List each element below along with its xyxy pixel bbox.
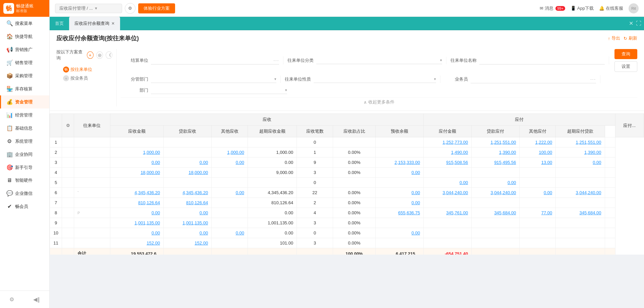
sidebar-item-search[interactable]: 🔍搜索菜单 <box>0 17 49 30</box>
table-wrapper[interactable]: ⚙ 往来单位 应收 应付 应付... 应收金额 贷款应收 其他应收 <box>50 114 644 255</box>
cell-overdue-payable[interactable] <box>556 168 605 178</box>
cell-other-receivable[interactable]: 1,000.00 <box>212 147 248 158</box>
settings-gear-button[interactable]: ⚙ <box>125 3 136 14</box>
cell-loan-payable[interactable] <box>472 168 520 178</box>
submenu-by-staff[interactable]: ○ 按业务员 <box>56 74 112 83</box>
submenu-by-unit[interactable]: 畅 按往来单位 <box>56 65 112 74</box>
cell-other-payable[interactable]: 1,222.00 <box>520 137 556 147</box>
sidebar-item-purchase[interactable]: 📦采购管理 <box>0 69 49 82</box>
cell-overdue-payable[interactable]: 1,390.00 <box>556 147 605 158</box>
sidebar-item-member[interactable]: ✔畅会员 <box>0 200 49 213</box>
query-button[interactable]: 查询 <box>614 49 637 59</box>
cell-other-receivable[interactable] <box>212 137 248 147</box>
cell-loan-receivable[interactable]: 152.00 <box>163 238 211 248</box>
cell-receivable-amount[interactable]: 0.00 <box>110 208 163 218</box>
cell-overdue-payable[interactable]: 1,251,551.00 <box>556 137 605 147</box>
sidebar-item-inventory[interactable]: 🏪库存核算 <box>0 82 49 95</box>
settlement-unit-dots[interactable]: ··· <box>273 58 279 63</box>
cell-receivable-amount[interactable]: 4,345,436.20 <box>110 188 163 198</box>
cell-loan-receivable[interactable] <box>163 178 211 188</box>
cell-other-payable[interactable]: 0.00 <box>520 188 556 198</box>
cell-loan-receivable[interactable]: 810,126.64 <box>163 198 211 208</box>
cell-loan-payable[interactable] <box>472 228 520 238</box>
cell-receivable-amount[interactable]: 1,000.00 <box>110 147 163 158</box>
cell-payable-amount[interactable]: 915,508.56 <box>424 158 472 168</box>
sidebar-item-corp[interactable]: 🏢企业协同 <box>0 148 49 161</box>
cell-other-payable[interactable] <box>520 178 556 188</box>
cell-payable-amount[interactable]: 1,490.00 <box>424 147 472 158</box>
cell-overdue-payable[interactable]: 3,044,240.00 <box>556 188 605 198</box>
cell-prepayment[interactable] <box>376 238 424 248</box>
cell-other-receivable[interactable]: 0.00 <box>212 188 248 198</box>
cell-loan-payable[interactable] <box>472 198 520 208</box>
cell-overdue-payable[interactable] <box>556 238 605 248</box>
cell-loan-payable[interactable] <box>472 238 520 248</box>
cell-loan-payable[interactable]: 345,684.00 <box>472 208 520 218</box>
cell-receivable-amount[interactable] <box>110 178 163 188</box>
cell-payable-amount[interactable]: 3,044,240.00 <box>424 188 472 198</box>
cell-receivable-amount[interactable]: 0.00 <box>110 158 163 168</box>
cell-other-payable[interactable] <box>520 218 556 228</box>
cell-loan-receivable[interactable] <box>163 137 211 147</box>
cell-prepayment[interactable] <box>376 147 424 158</box>
cell-prepayment[interactable] <box>376 137 424 147</box>
sidebar-bottom-collapse[interactable]: ◀‖ <box>30 294 43 305</box>
cell-loan-receivable[interactable] <box>163 147 211 158</box>
sidebar-bottom-settings[interactable]: ⚙ <box>6 294 17 305</box>
online-service-button[interactable]: 🔔 在线客服 <box>599 5 623 11</box>
cell-loan-payable[interactable]: 3,044,240.00 <box>472 188 520 198</box>
cell-overdue-payable[interactable] <box>556 228 605 238</box>
tab-home[interactable]: 首页 <box>50 17 69 30</box>
tab-close-window-icon[interactable]: ✕ <box>629 20 633 27</box>
cell-prepayment[interactable]: 0.00 <box>376 168 424 178</box>
cell-prepayment[interactable]: 0.00 <box>376 228 424 238</box>
filter-setting-button[interactable]: ◎ <box>96 51 103 59</box>
cell-other-payable[interactable] <box>520 238 556 248</box>
export-button[interactable]: ↑ 导出 <box>608 35 621 41</box>
cell-other-receivable[interactable] <box>212 198 248 208</box>
sidebar-item-system[interactable]: ⚙系统管理 <box>0 135 49 148</box>
solution-button[interactable]: 体验行业方案 <box>138 3 175 13</box>
cell-loan-payable[interactable]: 1,390.00 <box>472 147 520 158</box>
cell-overdue-payable[interactable] <box>556 218 605 228</box>
breadcrumb[interactable]: 应收应付管理 / ... ▾ <box>55 4 122 13</box>
cell-other-receivable[interactable] <box>212 238 248 248</box>
cell-loan-payable[interactable]: 915,495.56 <box>472 158 520 168</box>
cell-other-receivable[interactable] <box>212 168 248 178</box>
cell-loan-receivable[interactable]: 18,000.00 <box>163 168 211 178</box>
sidebar-item-hardware[interactable]: 🖥智能硬件 <box>0 174 49 187</box>
cell-other-receivable[interactable] <box>212 218 248 228</box>
table-settings-icon[interactable]: ⚙ <box>66 123 70 128</box>
cell-other-payable[interactable] <box>520 168 556 178</box>
sidebar-item-sales[interactable]: 🛒销售管理 <box>0 56 49 69</box>
sidebar-item-wechat[interactable]: 💬企业微信 <box>0 187 49 200</box>
cell-loan-payable[interactable]: 1,251,551.00 <box>472 137 520 147</box>
cell-other-payable[interactable]: 13.00 <box>520 158 556 168</box>
cell-other-receivable[interactable]: 0.00 <box>212 158 248 168</box>
cell-prepayment[interactable]: 655,636.75 <box>376 208 424 218</box>
cell-payable-amount[interactable] <box>424 228 472 238</box>
cell-receivable-amount[interactable] <box>110 137 163 147</box>
cell-receivable-amount[interactable]: 18,000.00 <box>110 168 163 178</box>
cell-receivable-amount[interactable]: 152.00 <box>110 238 163 248</box>
sidebar-item-basic[interactable]: 📋基础信息 <box>0 122 49 135</box>
cell-payable-amount[interactable]: 345,761.00 <box>424 208 472 218</box>
messages-button[interactable]: ✉ 消息 99+ <box>540 5 565 11</box>
cell-payable-amount[interactable]: 0.00 <box>424 178 472 188</box>
cell-other-payable[interactable] <box>520 228 556 238</box>
tab-query[interactable]: 应收应付余额查询 ✕ <box>69 17 120 30</box>
sidebar-item-marketing[interactable]: 📢营销推广 <box>0 43 49 56</box>
cell-other-payable[interactable]: 77.00 <box>520 208 556 218</box>
cell-loan-payable[interactable]: 0.00 <box>472 178 520 188</box>
cell-loan-receivable[interactable]: 0.00 <box>163 208 211 218</box>
cell-receivable-amount[interactable]: 1,001,135.00 <box>110 218 163 228</box>
cell-overdue-payable[interactable]: 0.00 <box>556 158 605 168</box>
cell-prepayment[interactable]: 2,153,333.00 <box>376 158 424 168</box>
cell-loan-receivable[interactable]: 0.00 <box>163 158 211 168</box>
cell-loan-receivable[interactable]: 1,001,135.00 <box>163 218 211 228</box>
filter-collapse-button[interactable]: 《 <box>106 51 112 59</box>
unit-nature-select[interactable]: ▾ <box>314 76 436 83</box>
cell-prepayment[interactable] <box>376 178 424 188</box>
sidebar-item-management[interactable]: 📊经营管理 <box>0 108 49 122</box>
cell-loan-receivable[interactable]: 0.00 <box>163 228 211 238</box>
